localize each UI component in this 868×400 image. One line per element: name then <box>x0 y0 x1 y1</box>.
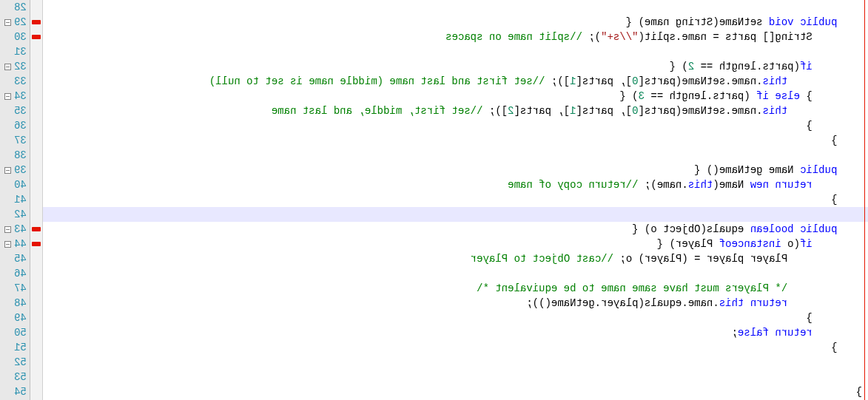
text-token: ) { <box>619 90 638 102</box>
text-token: ]); <box>482 105 508 117</box>
text-token <box>813 179 862 191</box>
fold-icon[interactable] <box>4 19 11 26</box>
code-line[interactable]: public Name getName() { <box>43 163 868 177</box>
line-number: 42 <box>4 207 27 222</box>
code-line[interactable]: return false; <box>43 325 868 340</box>
code-line[interactable]: } <box>43 340 868 355</box>
code-line[interactable]: } <box>43 118 868 133</box>
number-token: 0 <box>632 75 638 87</box>
line-number: 54 <box>4 384 27 399</box>
text-token: Player) { <box>657 238 719 250</box>
code-line[interactable]: } <box>43 192 868 207</box>
change-marker <box>32 35 41 39</box>
code-line[interactable] <box>43 266 868 281</box>
text-token: Name getName() { <box>694 164 800 176</box>
line-number: 31 <box>4 44 27 59</box>
code-line[interactable]: return new Name(this.name); \\return cop… <box>43 177 868 192</box>
line-number: 41 <box>4 192 27 207</box>
text-token <box>787 75 862 87</box>
code-line[interactable] <box>43 148 868 163</box>
text-token <box>787 297 862 309</box>
text-token: } <box>831 135 862 146</box>
comment-token: \\set first and last name (middle name i… <box>209 75 545 87</box>
keyword-token: public <box>800 223 837 235</box>
text-token: ) { <box>670 61 688 72</box>
code-line[interactable]: } else if (parts.length == 3) { <box>43 89 868 104</box>
marker-strip <box>30 0 43 400</box>
code-line[interactable] <box>43 0 868 15</box>
code-line[interactable]: this.name.setName(parts[0], parts[1]); \… <box>43 74 868 89</box>
line-number: 32 <box>4 59 27 74</box>
code-line[interactable] <box>43 370 868 384</box>
code-line[interactable] <box>43 44 868 59</box>
number-token: 2 <box>688 61 694 72</box>
text-token <box>813 327 862 339</box>
code-line[interactable]: this.name.setName(parts[0], parts[1], pa… <box>43 104 868 118</box>
line-number: 50 <box>4 325 27 340</box>
code-editor[interactable]: 2829303132333435363738394041424344454647… <box>0 0 868 400</box>
line-number: 48 <box>4 296 27 311</box>
keyword-token: if <box>800 61 813 72</box>
text-token <box>794 223 800 235</box>
line-number: 44 <box>4 237 27 251</box>
comment-token: \\cast Object to Player <box>471 253 613 265</box>
text-token <box>837 16 862 28</box>
line-number: 36 <box>4 118 27 133</box>
line-number: 28 <box>4 0 27 15</box>
fold-icon[interactable] <box>4 167 11 174</box>
line-number: 52 <box>4 355 27 370</box>
code-line[interactable] <box>43 207 868 222</box>
code-line[interactable]: } <box>43 133 868 148</box>
number-token: 1 <box>570 75 576 87</box>
text-token <box>794 16 800 28</box>
text-token: } <box>806 312 862 324</box>
line-number: 39 <box>4 163 27 177</box>
keyword-token: public <box>800 164 837 176</box>
text-token <box>837 164 862 176</box>
keyword-token: boolean <box>750 223 794 235</box>
number-token: 3 <box>639 90 645 102</box>
keyword-token: else if <box>756 90 800 102</box>
text-token: } <box>806 120 862 132</box>
code-line[interactable] <box>43 355 868 370</box>
code-line[interactable]: if(parts.length == 2) { <box>43 59 868 74</box>
code-line[interactable]: public boolean equals(Object o) { <box>43 222 868 237</box>
fold-icon[interactable] <box>4 226 11 233</box>
text-token: ); <box>582 31 601 43</box>
code-line[interactable]: } <box>43 384 868 399</box>
code-line[interactable]: public void setName(String name) { <box>43 15 868 30</box>
line-number: 38 <box>4 148 27 163</box>
text-token: setName(String name) { <box>626 16 769 28</box>
keyword-token: return new <box>750 179 813 191</box>
comment-token: \\return copy of name <box>508 179 638 191</box>
line-number: 49 <box>4 311 27 325</box>
line-number: 35 <box>4 104 27 118</box>
line-number: 34 <box>4 89 27 104</box>
code-line[interactable]: return this.name.equals(player.getName()… <box>43 296 868 311</box>
line-number: 46 <box>4 266 27 281</box>
code-area[interactable]: public void setName(String name) { Strin… <box>43 0 868 400</box>
text-token: ], parts[ <box>514 105 570 117</box>
keyword-token: return this <box>719 297 787 309</box>
code-line[interactable]: Player player = (Player) o; \\cast Objec… <box>43 251 868 266</box>
fold-icon[interactable] <box>4 64 11 70</box>
string-token: "//s+" <box>601 31 638 43</box>
code-line[interactable]: if(o instanceof Player) { <box>43 237 868 251</box>
line-number: 45 <box>4 251 27 266</box>
comment-token: \* Players must have same name to be equ… <box>477 282 787 294</box>
text-token: } <box>831 194 862 206</box>
code-line[interactable]: String[] parts = name.split("//s+"); \\s… <box>43 30 868 44</box>
text-token: .name); <box>639 179 688 191</box>
text-token <box>787 105 862 117</box>
line-number: 51 <box>4 340 27 355</box>
number-token: 0 <box>632 105 638 117</box>
number-token: 2 <box>508 105 514 117</box>
number-token: 1 <box>570 105 576 117</box>
code-line[interactable]: } <box>43 311 868 325</box>
text-token: String[] parts = name.split( <box>639 31 862 43</box>
change-marker <box>32 20 41 24</box>
fold-icon[interactable] <box>4 93 11 100</box>
fold-icon[interactable] <box>4 241 11 248</box>
code-line[interactable]: \* Players must have same name to be equ… <box>43 281 868 296</box>
text-token: (parts.length == <box>694 61 800 72</box>
